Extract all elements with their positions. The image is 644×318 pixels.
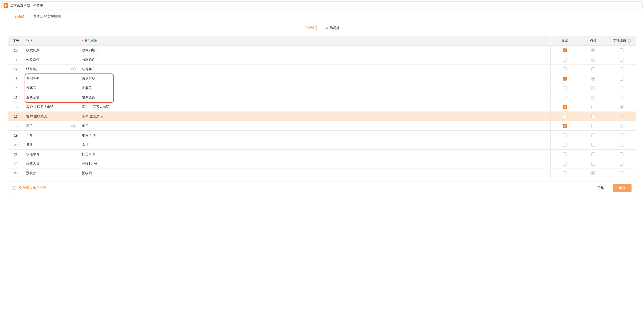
checkbox-required[interactable] — [591, 114, 595, 118]
cell-displayname[interactable]: 预收款 — [79, 169, 551, 178]
checkbox-show[interactable] — [563, 124, 567, 128]
cell-required — [579, 74, 608, 83]
cell-displayname[interactable]: 发票金额 — [79, 93, 551, 102]
checkbox-show[interactable] — [563, 67, 567, 71]
checkbox-locked — [620, 105, 624, 109]
cell-seq: 21 — [8, 150, 24, 158]
cell-displayname[interactable]: 发票号 — [79, 84, 551, 92]
manage-custom-fields-link[interactable]: 管理自定义字段 — [19, 186, 46, 190]
checkbox-show[interactable] — [563, 105, 567, 109]
checkbox-locked[interactable] — [620, 86, 624, 90]
checkbox-locked — [620, 114, 624, 118]
cell-locked — [608, 140, 636, 149]
sub-tab-0[interactable]: 字段设置 — [304, 24, 319, 32]
cell-colname: 预收款 — [24, 169, 79, 178]
checkbox-locked[interactable] — [620, 48, 624, 52]
help-icon[interactable]: ? — [627, 39, 630, 43]
checkbox-required[interactable] — [591, 67, 595, 71]
checkbox-locked[interactable] — [620, 58, 624, 62]
cell-displayname[interactable]: 项目.车号 — [79, 131, 551, 140]
cell-required — [579, 150, 608, 158]
checkbox-required[interactable] — [591, 105, 595, 109]
cell-show — [551, 112, 579, 121]
cell-show — [551, 65, 579, 74]
cell-displayname[interactable]: 结算客户 — [79, 65, 551, 74]
cell-locked — [608, 103, 636, 111]
checkbox-locked[interactable] — [620, 152, 624, 156]
checkbox-locked[interactable] — [620, 96, 624, 100]
cell-seq: 14 — [8, 84, 24, 92]
checkbox-show[interactable] — [563, 143, 567, 147]
footer-bar: ? 管理自定义字段 取消 保存 — [8, 181, 636, 195]
checkbox-show[interactable] — [563, 152, 567, 156]
expand-icon[interactable] — [4, 3, 8, 8]
checkbox-required[interactable] — [591, 143, 595, 147]
main-tab-0[interactable]: 表头区 — [10, 12, 29, 21]
sub-tab-1[interactable]: 布局调整 — [325, 24, 340, 32]
checkbox-required[interactable] — [591, 162, 595, 166]
save-button[interactable]: 保存 — [613, 184, 632, 192]
cell-colname: 票据类型 — [24, 74, 79, 83]
checkbox-show[interactable] — [563, 162, 567, 166]
cell-displayname[interactable]: 备注 — [79, 140, 551, 149]
checkbox-show[interactable] — [563, 171, 567, 175]
main-tabs: 表头区表体区-销货单明细 — [2, 12, 642, 21]
cell-displayname[interactable]: 客户.主联系人 — [79, 112, 551, 121]
main-tab-1[interactable]: 表体区-销货单明细 — [29, 12, 65, 21]
checkbox-locked[interactable] — [620, 162, 624, 166]
checkbox-required — [591, 86, 595, 90]
checkbox-required — [591, 96, 595, 100]
checkbox-show[interactable] — [563, 48, 567, 52]
plus-icon[interactable]: + — [71, 124, 76, 128]
cell-show — [551, 103, 579, 111]
cell-locked — [608, 65, 636, 74]
cell-seq: 15 — [8, 93, 24, 102]
cell-locked — [608, 112, 636, 121]
checkbox-show[interactable] — [563, 77, 567, 80]
cell-displayname[interactable]: 快递单号 — [79, 150, 551, 159]
help-icon[interactable]: ? — [12, 186, 16, 190]
checkbox-show[interactable] — [563, 96, 567, 100]
cell-show — [551, 93, 579, 102]
cell-displayname[interactable]: 收款条件 — [79, 55, 551, 64]
checkbox-locked[interactable] — [620, 134, 624, 137]
checkbox-locked[interactable] — [620, 143, 624, 147]
checkbox-show[interactable] — [563, 86, 567, 90]
cancel-button[interactable]: 取消 — [592, 184, 610, 192]
checkbox-required[interactable] — [591, 152, 595, 156]
plus-icon[interactable]: + — [71, 67, 76, 71]
col-header-name: 列名 — [24, 36, 79, 45]
checkbox-show[interactable] — [563, 114, 567, 118]
checkbox-locked[interactable] — [620, 67, 624, 71]
cell-colname: 收款条件 — [24, 55, 79, 64]
checkbox-locked[interactable] — [620, 171, 624, 175]
cell-required — [579, 131, 608, 140]
cell-colname: 结算客户+ — [24, 65, 79, 74]
cell-displayname[interactable]: 收款到期日 — [79, 46, 551, 55]
cell-required — [579, 112, 608, 121]
cell-required — [579, 122, 608, 130]
table-row: 21快递单号快递单号 — [8, 150, 636, 159]
checkbox-locked[interactable] — [620, 77, 624, 80]
checkbox-required[interactable] — [591, 134, 595, 137]
table-row: 17客户.主联系人客户.主联系人 — [8, 112, 636, 121]
checkbox-show[interactable] — [563, 58, 567, 62]
cell-show — [551, 84, 579, 92]
cell-displayname[interactable]: 客户.主联系人电话 — [79, 102, 551, 112]
cell-displayname[interactable]: 票据类型 — [79, 74, 551, 83]
cell-colname: 备注 — [24, 140, 79, 149]
cell-seq: 17 — [8, 112, 24, 121]
table-row: 13票据类型票据类型 — [8, 74, 636, 84]
cell-displayname[interactable]: 步骤1人员 — [79, 159, 551, 168]
col-header-seq: 序号 — [8, 36, 24, 45]
cell-seq: 10 — [8, 46, 24, 54]
cell-locked — [608, 169, 636, 178]
checkbox-show[interactable] — [563, 134, 567, 137]
cell-show — [551, 169, 579, 178]
table-row: 20备注备注 — [8, 140, 636, 150]
table-row: 12结算客户+结算客户 — [8, 64, 636, 74]
cell-seq: 11 — [8, 56, 24, 64]
cell-displayname[interactable]: 项目 — [79, 122, 551, 130]
cell-seq: 19 — [8, 131, 24, 140]
checkbox-required[interactable] — [591, 124, 595, 128]
